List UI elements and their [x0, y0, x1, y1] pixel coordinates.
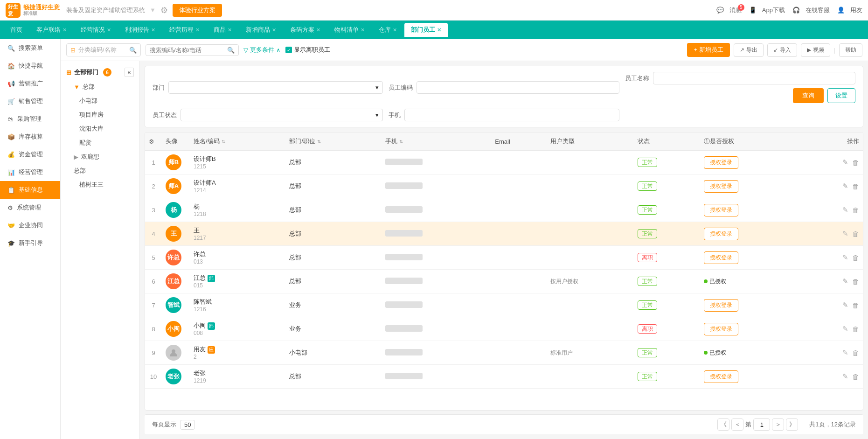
tab-profit[interactable]: 利润报告 ✕	[118, 23, 162, 37]
close-icon[interactable]: ✕	[316, 27, 320, 33]
close-icon[interactable]: ✕	[393, 27, 397, 33]
sidebar-item-inventory[interactable]: 📦 库存核算	[0, 128, 60, 146]
dept-item-project[interactable]: 项目库房	[61, 108, 139, 122]
dept-item-shuanglu[interactable]: ▶ 双鹿想	[61, 150, 139, 164]
page-prev-btn[interactable]: ＜	[731, 418, 743, 431]
app-download[interactable]: 📱 App下载	[749, 6, 785, 14]
trial-button[interactable]: 体验行业方案	[173, 4, 222, 17]
search-submit-icon[interactable]: 🔍	[227, 47, 235, 54]
edit-icon[interactable]: ✎	[842, 158, 848, 167]
add-employee-button[interactable]: + 新增员工	[687, 43, 729, 57]
tab-operation[interactable]: 经营情况 ✕	[74, 23, 118, 37]
filter-status-select[interactable]: ▾	[181, 109, 383, 121]
auth-btn[interactable]: 授权登录	[704, 156, 738, 169]
delete-icon[interactable]: 🗑	[852, 278, 859, 286]
dept-item-zongbu2[interactable]: 总部	[61, 164, 139, 178]
sidebar-item-search[interactable]: 🔍 搜索菜单	[0, 39, 60, 57]
filter-phone-input[interactable]	[404, 109, 619, 121]
auth-btn[interactable]: 授权登录	[704, 228, 738, 240]
checkbox-resigned[interactable]: ✓	[285, 47, 292, 53]
tab-history[interactable]: 经营历程 ✕	[163, 23, 206, 37]
edit-icon[interactable]: ✎	[842, 253, 848, 262]
dept-item-shenyang[interactable]: 沈阳大库	[61, 122, 139, 136]
delete-icon[interactable]: 🗑	[852, 230, 859, 238]
close-icon[interactable]: ✕	[228, 27, 232, 33]
tab-new-product[interactable]: 新增商品 ✕	[239, 23, 283, 37]
auth-btn[interactable]: 授权登录	[704, 370, 738, 383]
filter-empname-input[interactable]	[653, 72, 855, 84]
delete-icon[interactable]: 🗑	[852, 349, 859, 357]
close-icon[interactable]: ✕	[272, 27, 276, 33]
close-icon[interactable]: ✕	[107, 27, 111, 33]
sidebar-item-system[interactable]: ⚙ 系统管理	[0, 199, 60, 216]
help-button[interactable]: 帮助	[839, 43, 862, 57]
th-settings[interactable]: ⚙	[145, 132, 162, 151]
close-icon[interactable]: ✕	[437, 27, 441, 33]
delete-icon[interactable]: 🗑	[852, 373, 859, 381]
page-last-btn[interactable]: 》	[786, 418, 798, 431]
th-dept[interactable]: 部门/职位 ⇅	[285, 132, 381, 151]
auth-btn[interactable]: 授权登录	[704, 323, 738, 335]
close-icon[interactable]: ✕	[361, 27, 365, 33]
sidebar-item-purchase[interactable]: 🛍 采购管理	[0, 110, 60, 128]
online-service[interactable]: 🎧 在线客服	[792, 6, 830, 14]
close-icon[interactable]: ✕	[195, 27, 200, 33]
edit-icon[interactable]: ✎	[842, 325, 848, 333]
auth-btn[interactable]: 授权登录	[704, 299, 738, 312]
close-icon[interactable]: ✕	[62, 27, 67, 33]
delete-icon[interactable]: 🗑	[852, 325, 859, 333]
page-input[interactable]	[753, 418, 770, 431]
edit-icon[interactable]: ✎	[842, 182, 848, 190]
page-next-btn[interactable]: ＞	[772, 418, 784, 431]
tab-customer[interactable]: 客户联络 ✕	[30, 23, 73, 37]
sidebar-item-sales[interactable]: 🛒 销售管理	[0, 92, 60, 110]
delete-icon[interactable]: 🗑	[852, 159, 859, 167]
export-button[interactable]: ↗ 导出	[734, 43, 764, 57]
tab-bom[interactable]: 物料清单 ✕	[328, 23, 371, 37]
filter-empcode-input[interactable]	[417, 81, 619, 94]
search-input[interactable]	[150, 47, 224, 54]
auth-btn[interactable]: 授权登录	[704, 204, 738, 216]
sidebar-item-guide[interactable]: 🎓 新手引导	[0, 234, 60, 252]
th-phone[interactable]: 手机 ⇅	[382, 132, 492, 151]
set-btn[interactable]: 设置	[827, 88, 855, 103]
search-btn[interactable]: 查询	[793, 88, 824, 103]
tab-warehouse[interactable]: 仓库 ✕	[372, 23, 403, 37]
edit-icon[interactable]: ✎	[842, 230, 848, 238]
th-name[interactable]: 姓名/编码 ⇅	[190, 132, 285, 151]
filter-dept-select[interactable]: ▾	[168, 81, 383, 94]
employee-search[interactable]: 🔍	[146, 44, 239, 56]
page-first-btn[interactable]: 《	[717, 418, 729, 431]
message-area[interactable]: 💬 消息 5	[716, 6, 742, 14]
tab-product[interactable]: 商品 ✕	[207, 23, 238, 37]
close-icon[interactable]: ✕	[151, 27, 155, 33]
dept-search[interactable]: ⊞ 分类编码/名称 🔍	[66, 43, 141, 56]
delete-icon[interactable]: 🗑	[852, 206, 859, 214]
sidebar-item-nav[interactable]: 🏠 快捷导航	[0, 57, 60, 75]
delete-icon[interactable]: 🗑	[852, 301, 859, 309]
sidebar-item-collab[interactable]: 🤝 企业协同	[0, 216, 60, 234]
auth-btn[interactable]: 授权登录	[704, 180, 738, 193]
edit-icon[interactable]: ✎	[842, 301, 848, 309]
user-area[interactable]: 👤 用友	[837, 6, 862, 14]
edit-icon[interactable]: ✎	[842, 372, 848, 381]
settings-icon[interactable]: ⚙	[160, 5, 168, 15]
delete-icon[interactable]: 🗑	[852, 182, 859, 190]
more-filter-btn[interactable]: ▽ 更多条件 ∧	[243, 46, 281, 54]
show-resigned-toggle[interactable]: ✓ 显示离职员工	[285, 46, 330, 54]
sidebar-item-business[interactable]: 📊 经营管理	[0, 163, 60, 181]
dept-item-headquarters[interactable]: ▼ 总部	[61, 80, 139, 94]
sidebar-item-basic[interactable]: 📋 基础信息	[0, 181, 60, 199]
delete-icon[interactable]: 🗑	[852, 254, 859, 262]
page-size-value[interactable]: 50	[180, 420, 195, 430]
edit-icon[interactable]: ✎	[842, 348, 848, 357]
auth-btn[interactable]: 授权登录	[704, 251, 738, 264]
tab-home[interactable]: 首页	[4, 23, 29, 37]
import-button[interactable]: ↙ 导入	[767, 43, 797, 57]
view-button[interactable]: ▶ 视频	[801, 43, 830, 57]
dept-item-xiaodian[interactable]: 小电部	[61, 94, 139, 108]
dept-item-delivery[interactable]: 配货	[61, 136, 139, 150]
sidebar-item-finance[interactable]: 💰 资金管理	[0, 146, 60, 163]
sidebar-item-marketing[interactable]: 📢 营销推广	[0, 75, 60, 92]
tab-barcode[interactable]: 条码方案 ✕	[284, 23, 327, 37]
